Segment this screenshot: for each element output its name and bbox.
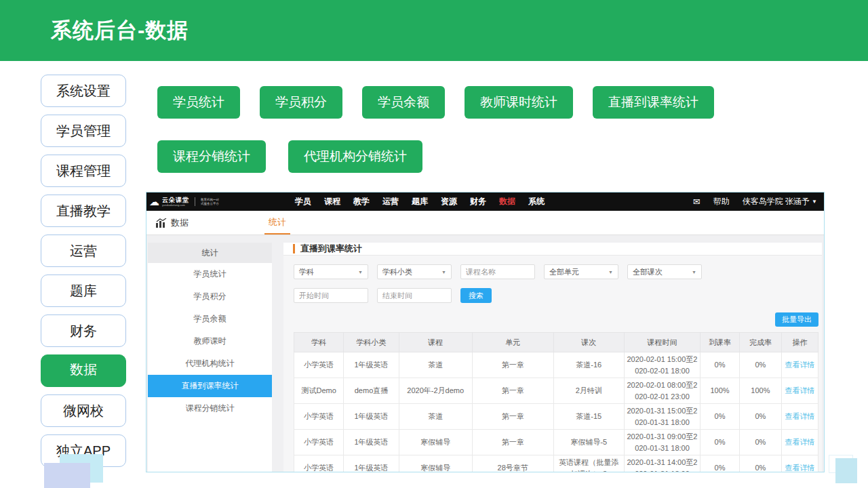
dropdown-arrow-icon: ▼ [358,270,363,274]
bar-chart-icon [156,218,167,228]
attendance-table: 学科 学科小类 课程 单元 课次 课程时间 到课率 完成率 操作 [283,332,822,472]
stats-menu-student-points[interactable]: 学员积分 [148,285,272,308]
sidebar-item-operations[interactable]: 运营 [41,235,126,267]
stats-menu-course-distribution[interactable]: 课程分销统计 [148,397,272,420]
unit-select[interactable]: 全部单元 ▼ [544,264,618,279]
decorative-square [44,463,90,488]
course-name-input[interactable] [466,268,530,276]
decorative-square [835,458,857,483]
app-sub-nav: 数据 统计 [146,211,824,235]
quick-button-live-attendance[interactable]: 直播到课率统计 [593,86,714,119]
col-course-time: 课程时间 [624,333,700,352]
sidebar-item-system-settings[interactable]: 系统设置 [41,75,126,107]
view-details-link[interactable]: 查看详情 [785,464,814,472]
stats-menu-student-balance[interactable]: 学员余额 [148,308,272,330]
page-title: 系统后台-数据 [51,16,189,45]
sidebar-item-finance[interactable]: 财务 [41,314,126,347]
table-row: 测试Demo demo直播 2020年-2月demo 第一章 2月特训 2020… [294,378,818,404]
stats-menu-agency-stats[interactable]: 代理机构统计 [148,352,272,375]
table-row: 小学英语 1年级英语 寒假辅导 第一章 寒假辅导-5 2020-01-31 09… [294,430,818,455]
search-button[interactable]: 搜索 [460,288,492,303]
subject-subcategory-select[interactable]: 学科小类 ▼ [377,264,452,279]
col-subject: 学科 [294,333,344,352]
col-actions: 操作 [781,333,818,352]
content-title: 直播到课率统计 [300,243,362,255]
quick-links-row-2: 课程分销统计 代理机构分销统计 [157,140,422,173]
subject-select[interactable]: 学科 ▼ [294,264,368,279]
quick-button-student-balance[interactable]: 学员余额 [362,86,445,119]
top-menu-data-active[interactable]: 数据 [499,196,515,207]
top-menu-finance[interactable]: 财务 [470,196,486,207]
table-header-row: 学科 学科小类 课程 单元 课次 课程时间 到课率 完成率 操作 [294,333,818,352]
end-time-input[interactable] [382,291,446,300]
sidebar-item-student-management[interactable]: 学员管理 [41,115,126,147]
messages-envelope-icon[interactable]: ✉ [693,197,701,207]
top-menu-students[interactable]: 学员 [295,196,311,207]
admin-screenshot-panel: ☁ 云朵课堂 yunduoketang.com 教育机构一站 式服务云平台 学员… [146,192,825,472]
table-row: 小学英语 1年级英语 茶道 第一章 茶道-15 2020-01-31 15:00… [294,404,818,430]
top-menu-courses[interactable]: 课程 [324,196,340,207]
col-course: 课程 [399,333,472,352]
account-caret-icon: ▼ [812,199,817,205]
filter-bar: 学科 ▼ 学科小类 ▼ 全部单元 ▼ 全部课次 [283,256,822,306]
stats-menu-header: 统计 [148,243,272,263]
start-time-input[interactable] [299,291,363,300]
top-menu-teaching[interactable]: 教学 [353,196,370,207]
top-menu-operations[interactable]: 运营 [382,196,399,207]
view-details-link[interactable]: 查看详情 [785,361,814,369]
quick-button-teacher-hours[interactable]: 教师课时统计 [465,86,573,119]
col-lesson: 课次 [553,333,624,352]
tab-statistics[interactable]: 统计 [264,211,290,235]
col-completion-rate: 完成率 [740,333,782,352]
stats-menu-live-attendance-active[interactable]: 直播到课率统计 [148,375,272,397]
sidebar-item-live-teaching[interactable]: 直播教学 [41,195,126,227]
view-details-link[interactable]: 查看详情 [785,386,814,394]
logo-title: 云朵课堂 [162,197,189,203]
col-subject-sub: 学科小类 [344,333,399,352]
quick-button-student-stats[interactable]: 学员统计 [157,86,240,119]
title-accent-bar [293,244,295,253]
stats-side-menu: 统计 学员统计 学员积分 学员余额 教师课时 代理机构统计 直播到课率统计 课程… [148,243,272,472]
sidebar-item-data[interactable]: 数据 [41,354,126,387]
table-row: 小学英语 1年级英语 寒假辅导 28号章节 英语课程（批量添加课次）-3 202… [294,455,818,473]
top-menu-question-bank[interactable]: 题库 [412,196,428,207]
col-attendance-rate: 到课率 [701,333,740,352]
logo-divider [195,197,195,206]
table-row: 小学英语 1年级英语 茶道 第一章 茶道-16 2020-02-01 15:00… [294,352,818,378]
sidebar-item-question-bank[interactable]: 题库 [41,274,126,307]
stats-main-panel: 直播到课率统计 学科 ▼ 学科小类 ▼ 全部单元 [283,243,822,472]
quick-button-agency-distribution[interactable]: 代理机构分销统计 [288,140,422,173]
batch-export-button[interactable]: 批量导出 [775,312,818,327]
app-top-menu: 学员 课程 教学 运营 题库 资源 财务 数据 系统 [295,196,545,207]
outer-sidebar: 系统设置 学员管理 课程管理 直播教学 运营 题库 财务 数据 微网校 独立AP… [41,75,126,474]
stats-menu-student-stats[interactable]: 学员统计 [148,263,272,285]
lesson-select[interactable]: 全部课次 ▼ [627,264,702,279]
logo-tagline-2: 式服务云平台 [201,202,219,205]
page-banner: 系统后台-数据 [0,0,868,61]
quick-button-course-distribution[interactable]: 课程分销统计 [157,140,266,173]
help-link[interactable]: 帮助 [713,196,730,207]
account-menu[interactable]: 侠客岛学院 张涵予 ▼ [743,196,817,207]
dropdown-arrow-icon: ▼ [608,270,613,274]
top-menu-resources[interactable]: 资源 [441,196,457,207]
cloud-icon: ☁ [149,197,159,207]
logo-url: yunduoketang.com [162,204,189,207]
view-details-link[interactable]: 查看详情 [785,438,814,446]
quick-links-row-1: 学员统计 学员积分 学员余额 教师课时统计 直播到课率统计 [157,86,714,119]
account-name: 侠客岛学院 张涵予 [743,196,810,207]
sidebar-item-micro-school[interactable]: 微网校 [41,394,126,427]
app-top-nav: ☁ 云朵课堂 yunduoketang.com 教育机构一站 式服务云平台 学员… [146,192,824,211]
sidebar-item-course-management[interactable]: 课程管理 [41,155,126,187]
top-menu-system[interactable]: 系统 [528,196,545,207]
view-details-link[interactable]: 查看详情 [785,412,814,420]
stats-menu-teacher-hours[interactable]: 教师课时 [148,330,272,352]
col-unit: 单元 [472,333,553,352]
quick-button-student-points[interactable]: 学员积分 [260,86,342,119]
dropdown-arrow-icon: ▼ [441,270,446,274]
dropdown-arrow-icon: ▼ [692,270,696,274]
subnav-section-label: 数据 [171,217,189,229]
app-logo[interactable]: ☁ 云朵课堂 yunduoketang.com 教育机构一站 式服务云平台 [149,197,219,207]
